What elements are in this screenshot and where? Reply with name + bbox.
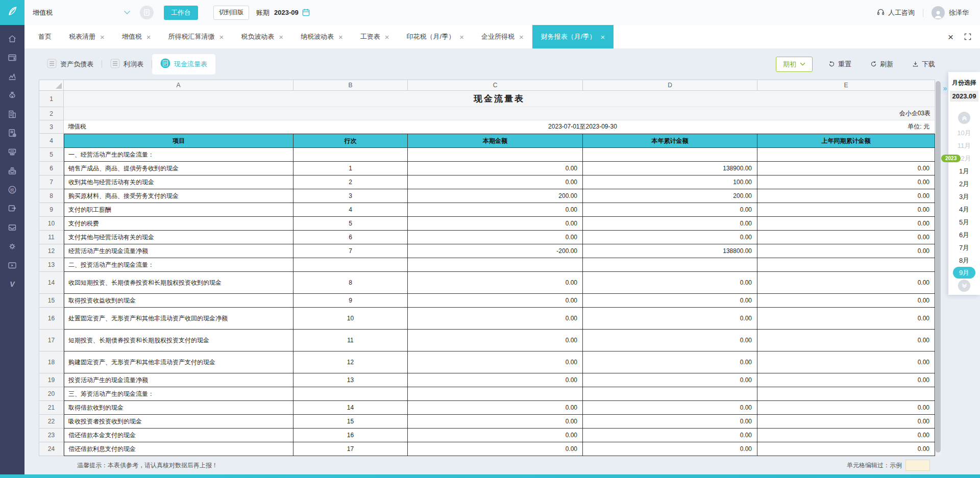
ytd-amount-cell[interactable]: 0.00 xyxy=(583,415,757,429)
current-amount-cell[interactable]: 200.00 xyxy=(408,189,583,203)
company-select[interactable]: 增值税 xyxy=(33,8,131,17)
month-6月[interactable]: 6月 xyxy=(948,229,980,241)
calendar-icon[interactable] xyxy=(302,8,310,17)
form-code-cell[interactable]: 会小企03表 xyxy=(64,107,935,120)
ytd-amount-cell[interactable] xyxy=(583,258,757,272)
column-header-D[interactable]: D xyxy=(583,80,757,91)
column-header-C[interactable]: C xyxy=(408,80,583,91)
ytd-amount-cell[interactable]: 0.00 xyxy=(583,442,757,456)
close-tab-icon[interactable]: × xyxy=(279,33,283,41)
current-amount-cell[interactable]: -200.00 xyxy=(408,244,583,258)
column-header-B[interactable]: B xyxy=(293,80,408,91)
sidebar-item-cashier[interactable] xyxy=(0,162,24,181)
row-header-4[interactable]: 4 xyxy=(39,134,64,148)
current-amount-cell[interactable]: 0.00 xyxy=(408,351,583,373)
close-tab-icon[interactable]: × xyxy=(146,33,151,41)
ytd-amount-cell[interactable]: 0.00 xyxy=(583,272,757,294)
row-header-7[interactable]: 7 xyxy=(39,175,64,189)
avatar[interactable] xyxy=(932,6,945,19)
month-2月[interactable]: 2月 xyxy=(948,178,980,190)
close-tab-icon[interactable]: × xyxy=(100,33,105,41)
prior-amount-cell[interactable]: 0.00 xyxy=(757,294,935,308)
prior-amount-cell[interactable]: 0.00 xyxy=(757,351,935,373)
refresh-button[interactable]: 刷新 xyxy=(867,59,896,69)
month-4月[interactable]: 4月 xyxy=(948,203,980,216)
close-all-tabs-icon[interactable]: × xyxy=(948,32,953,42)
ytd-amount-cell[interactable]: 0.00 xyxy=(583,373,757,387)
prior-amount-cell[interactable]: 0.00 xyxy=(757,415,935,429)
ytd-amount-cell[interactable]: 138900.00 xyxy=(583,162,757,175)
line-number-cell[interactable]: 8 xyxy=(293,272,408,294)
prior-amount-cell[interactable]: 0.00 xyxy=(757,429,935,442)
memo-icon[interactable] xyxy=(140,6,154,19)
close-tab-icon[interactable]: × xyxy=(519,33,524,41)
ytd-amount-cell[interactable]: 0.00 xyxy=(583,217,757,231)
close-tab-icon[interactable]: × xyxy=(385,33,389,41)
month-8月[interactable]: 8月 xyxy=(948,254,980,267)
vertical-scrollbar[interactable] xyxy=(935,80,941,456)
sidebar-item-version[interactable]: V xyxy=(0,275,24,294)
close-tab-icon[interactable]: × xyxy=(219,33,224,41)
item-cell[interactable]: 支付其他与经营活动有关的现金 xyxy=(64,231,293,244)
current-amount-cell[interactable]: 0.00 xyxy=(408,175,583,189)
report-title-cell[interactable]: 现金流量表 xyxy=(64,91,935,107)
ytd-amount-cell[interactable] xyxy=(583,387,757,401)
prior-amount-cell[interactable]: 0.00 xyxy=(757,231,935,244)
row-header-15[interactable]: 15 xyxy=(39,294,64,308)
line-number-cell[interactable]: 5 xyxy=(293,217,408,231)
current-amount-cell[interactable] xyxy=(408,258,583,272)
ytd-amount-cell[interactable] xyxy=(583,148,757,162)
row-header-21[interactable]: 21 xyxy=(39,401,64,415)
current-amount-cell[interactable]: 0.00 xyxy=(408,415,583,429)
current-amount-cell[interactable]: 0.00 xyxy=(408,308,583,330)
month-3月[interactable]: 3月 xyxy=(948,190,980,203)
ytd-amount-cell[interactable]: 0.00 xyxy=(583,401,757,415)
tab-税负波动表[interactable]: 税负波动表× xyxy=(232,25,292,48)
current-amount-cell[interactable]: 0.00 xyxy=(408,429,583,442)
scroll-down-button[interactable] xyxy=(958,280,970,292)
current-amount-cell[interactable]: 0.00 xyxy=(408,217,583,231)
current-amount-cell[interactable]: 0.00 xyxy=(408,231,583,244)
sidebar-item-tutorial[interactable] xyxy=(0,257,24,275)
line-number-cell[interactable]: 1 xyxy=(293,162,408,175)
item-cell[interactable]: 经营活动产生的现金流量净额 xyxy=(64,244,293,258)
line-number-cell[interactable]: 3 xyxy=(293,189,408,203)
sheet-tab-资产负债表[interactable]: 资产负债表 xyxy=(39,54,102,74)
month-5月[interactable]: 5月 xyxy=(948,216,980,229)
period-value[interactable]: 2023-09 xyxy=(274,9,299,16)
reset-button[interactable]: 重置 xyxy=(825,59,854,69)
item-cell[interactable]: 偿还借款利息支付的现金 xyxy=(64,442,293,456)
tab-工资表[interactable]: 工资表× xyxy=(352,25,398,48)
switch-old-version-button[interactable]: 切到旧版 xyxy=(213,6,249,20)
row-header-9[interactable]: 9 xyxy=(39,203,64,217)
row-header-23[interactable]: 23 xyxy=(39,429,64,442)
item-cell[interactable]: 三、筹资活动产生的现金流量： xyxy=(64,387,293,401)
tab-纳税波动表[interactable]: 纳税波动表× xyxy=(292,25,352,48)
ytd-amount-cell[interactable]: 0.00 xyxy=(583,231,757,244)
line-number-cell[interactable]: 2 xyxy=(293,175,408,189)
item-cell[interactable]: 购买原材料、商品、接受劳务支付的现金 xyxy=(64,189,293,203)
prior-amount-cell[interactable]: 0.00 xyxy=(757,308,935,330)
month-9月[interactable]: 9月 xyxy=(953,267,975,279)
user-name[interactable]: 徐泽华 xyxy=(949,8,969,17)
prior-amount-cell[interactable]: 0.00 xyxy=(757,189,935,203)
row-header-14[interactable]: 14 xyxy=(39,272,64,294)
row-header-12[interactable]: 12 xyxy=(39,244,64,258)
ytd-amount-cell[interactable]: 0.00 xyxy=(583,330,757,351)
workbench-button[interactable]: 工作台 xyxy=(164,6,198,20)
line-number-cell[interactable] xyxy=(293,148,408,162)
month-11月[interactable]: 11月 xyxy=(948,139,980,152)
ytd-amount-cell[interactable]: 138800.00 xyxy=(583,244,757,258)
meta-row-cell[interactable]: 增值税2023-07-01至2023-09-30单位: 元 xyxy=(64,120,935,134)
column-header-A[interactable]: A xyxy=(64,80,293,91)
item-cell[interactable]: 一、经营活动产生的现金流量： xyxy=(64,148,293,162)
row-header-19[interactable]: 19 xyxy=(39,373,64,387)
line-number-cell[interactable]: 13 xyxy=(293,373,408,387)
fullscreen-icon[interactable] xyxy=(964,33,972,41)
tab-财务报表（月/季）[interactable]: 财务报表（月/季）× xyxy=(532,25,614,48)
select-all-corner[interactable] xyxy=(39,80,64,91)
current-amount-cell[interactable] xyxy=(408,387,583,401)
row-header-11[interactable]: 11 xyxy=(39,231,64,244)
tab-首页[interactable]: 首页 xyxy=(30,25,60,48)
sidebar-item-company[interactable] xyxy=(0,106,24,124)
